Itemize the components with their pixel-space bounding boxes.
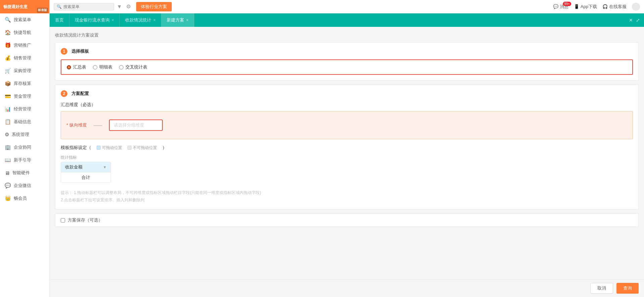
sidebar-item-label: 搜索菜单 [14,17,31,23]
metric-header-dropdown[interactable]: ▼ [103,165,107,169]
tab-new-plan-label: 新建方案 [167,17,184,23]
legend-not-draggable-label: 不可拖动位置 [133,145,157,151]
metric-header[interactable]: 收款金额 ▼ [61,162,111,172]
tab-home-label: 首页 [55,17,64,23]
search-box[interactable]: 🔍 [54,3,114,10]
maximize-icon[interactable]: ⤢ [636,17,640,23]
service-btn[interactable]: 🎧 在线客服 [602,4,627,10]
sidebar-item-marketing[interactable]: 🎁 营销推广 [0,39,49,52]
sidebar-item-label: 库存核算 [14,81,31,87]
main-area: 🔍 ▼ ⚙ 体验行业方案 💬 消息 99+ 📱 App下载 🎧 在线客服 [50,0,644,297]
radio-cross[interactable]: 交叉统计表 [119,64,147,70]
save-checkbox[interactable] [61,218,65,222]
not-draggable-dot [127,146,131,150]
tab-new-plan[interactable]: 新建方案 × [161,13,194,27]
avatar-image [632,3,640,11]
radio-summary[interactable]: 汇总表 [67,64,86,70]
finance-icon: 💳 [5,93,11,99]
tab-cash-flow[interactable]: 现金银行流水查询 × [69,13,120,27]
step1-card: 1 选择模板 汇总表 明细表 交叉统计表 [55,42,639,81]
metric-settings-header: 模板指标设定（ 可拖动位置 不可拖动位置 ） [61,145,633,151]
step2-label: 方案配置 [71,91,89,97]
user-avatar[interactable] [632,3,640,11]
tabs-actions: × ⤢ [625,13,644,27]
metric-settings-label-text: 模板指标设定（ [61,145,91,151]
sidebar-item-label: 快捷导航 [14,30,31,36]
app-download-btn[interactable]: 📱 App下载 [574,4,597,10]
sidebar-item-quick-nav[interactable]: 🏠 快捷导航 [0,26,49,39]
tip-1: 提示： 1.拖动标题栏可以调整布局，不可跨维度或指标区域拖动栏目字段(只能在同一… [61,189,633,197]
search-input[interactable] [63,4,111,9]
sidebar-item-sales[interactable]: 💰 销售管理 [0,52,49,64]
close-window-icon[interactable]: × [629,17,633,24]
sidebar-item-label: 基础信息 [14,119,31,125]
topbar-right: 💬 消息 99+ 📱 App下载 🎧 在线客服 [553,3,640,11]
sidebar-item-wechat[interactable]: 💬 企业微信 [0,179,49,192]
sidebar-item-guide[interactable]: 📖 新手引导 [0,154,49,166]
sidebar-item-label: 资金管理 [14,93,31,99]
sidebar-item-inventory[interactable]: 📦 库存核算 [0,77,49,90]
step2-header: 2 方案配置 [61,90,633,97]
tab-payment-stats-label: 收款情况统计 [125,17,151,23]
industry-btn[interactable]: 体验行业方案 [136,2,172,11]
step2-card: 2 方案配置 汇总维度（必选） * 纵向维度 —— 请选择分组维度 模板指标设定… [55,85,639,209]
member-icon: 👑 [5,195,11,201]
radio-cross-label: 交叉统计表 [125,64,147,70]
sidebar-item-member[interactable]: 👑 畅会员 [0,192,49,205]
sidebar-item-label: 营销推广 [14,42,31,48]
legend-draggable: 可拖动位置 [97,145,122,151]
sidebar-item-label: 新手引导 [14,157,31,163]
tab-cash-flow-close[interactable]: × [112,18,114,22]
sidebar-item-label: 智能硬件 [12,170,30,176]
notification-btn[interactable]: 💬 消息 99+ [553,4,569,10]
metric-cell: 合计 [61,172,111,183]
tips-area: 提示： 1.拖动标题栏可以调整布局，不可跨维度或指标区域拖动栏目字段(只能在同一… [61,189,633,204]
sidebar-item-finance[interactable]: 💳 资金管理 [0,90,49,103]
notification-icon: 💬 [553,4,558,9]
notification-badge: 99+ [563,2,571,6]
tab-new-plan-close[interactable]: × [186,18,189,22]
radio-cross-input[interactable] [119,65,123,69]
tab-home[interactable]: 首页 [50,13,69,27]
metric-settings-label-close: ） [162,145,167,151]
metric-table-header-label: 统计指标 [61,155,633,160]
radio-detail-label: 明细表 [99,64,112,70]
dimension-section-label: 汇总维度（必选） [61,102,633,108]
radio-detail-input[interactable] [93,65,97,69]
sidebar-item-enterprise[interactable]: 🏢 企业协同 [0,141,49,154]
sidebar-item-hardware[interactable]: 🖥 智能硬件 [0,166,49,179]
legend-draggable-label: 可拖动位置 [102,145,122,151]
cancel-button[interactable]: 取消 [590,283,613,294]
service-icon: 🎧 [602,4,608,9]
tab-payment-stats[interactable]: 收款情况统计 × [120,13,161,27]
sidebar-item-label: 企业协同 [14,144,31,150]
guide-icon: 📖 [5,157,11,163]
sidebar-item-operations[interactable]: 📊 经营管理 [0,103,49,115]
dimension-select[interactable]: 请选择分组维度 [109,119,163,131]
page-title: 收款情况统计方案设置 [55,32,639,38]
radio-summary-input[interactable] [67,65,71,69]
footer: 取消 查询 [50,279,644,297]
service-label: 在线客服 [609,4,627,10]
sidebar: 畅捷通好生意 标准版 🔍 搜索菜单 🏠 快捷导航 🎁 营销推广 💰 销售管理 🛒… [0,0,50,297]
search-dropdown-button[interactable]: ▼ [117,4,122,10]
sidebar-item-purchase[interactable]: 🛒 采购管理 [0,64,49,77]
sidebar-item-basic-info[interactable]: 📋 基础信息 [0,115,49,128]
logo-text: 畅捷通好生意 [3,4,28,10]
metric-settings: 模板指标设定（ 可拖动位置 不可拖动位置 ） 统计指标 收款 [61,145,633,185]
query-button[interactable]: 查询 [616,283,639,294]
step1-header: 1 选择模板 [61,48,633,55]
settings-icon[interactable]: ⚙ [126,3,131,10]
radio-detail[interactable]: 明细表 [93,64,112,70]
enterprise-icon: 🏢 [5,144,11,150]
search-icon: 🔍 [57,4,62,9]
step1-label: 选择模板 [71,48,89,54]
sidebar-item-search-menu[interactable]: 🔍 搜索菜单 [0,13,49,26]
sidebar-item-system[interactable]: ⚙ 系统管理 [0,128,49,141]
search-menu-icon: 🔍 [5,17,11,23]
tabs-spacer [194,13,625,27]
tip-2: 2.点击标题栏下拉可设置排序、插入列和删除列 [61,197,633,204]
tab-payment-stats-close[interactable]: × [153,18,156,22]
sales-icon: 💰 [5,55,11,61]
save-label: 方案保存（可选） [68,217,103,223]
